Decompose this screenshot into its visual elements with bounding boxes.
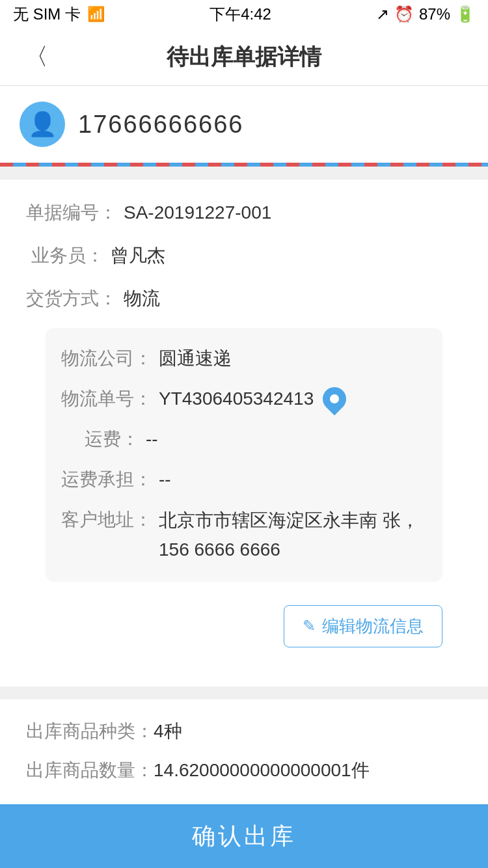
- address-label: 客户地址：: [61, 506, 159, 534]
- tracking-row: 物流单号： YT4306405342413: [61, 385, 427, 413]
- address-row: 客户地址： 北京市市辖区海淀区永丰南 张，156 6666 6666: [61, 506, 427, 565]
- logistics-card: 物流公司： 圆通速递 物流单号： YT4306405342413 运费： --: [46, 328, 442, 582]
- contact-phone: 17666666666: [78, 111, 243, 139]
- page-title: 待出库单据详情: [167, 42, 321, 72]
- tracking-label: 物流单号：: [61, 385, 159, 413]
- freight-bear-label: 运费承担：: [61, 466, 159, 493]
- map-pin[interactable]: [318, 383, 351, 416]
- freight-label: 运费：: [61, 426, 146, 453]
- address-value: 北京市市辖区海淀区永丰南 张，156 6666 6666: [159, 506, 427, 565]
- freight-bear-row: 运费承担： --: [61, 466, 427, 493]
- edit-icon: ✎: [303, 617, 316, 635]
- wifi-icon: 📶: [87, 6, 105, 23]
- status-left: 无 SIM 卡 📶: [13, 4, 105, 25]
- contact-header: 👤 17666666666: [0, 86, 488, 163]
- product-quantity-label: 出库商品数量：: [26, 758, 154, 783]
- back-button[interactable]: 〈: [18, 34, 55, 79]
- product-quantity-value: 14.62000000000000001件: [154, 758, 370, 783]
- confirm-button[interactable]: 确认出库: [0, 804, 488, 868]
- salesman-value: 曾凡杰: [111, 242, 462, 269]
- product-type-label: 出库商品种类：: [26, 719, 154, 744]
- carrier-text: 无 SIM 卡: [13, 4, 81, 25]
- order-number-value: SA-20191227-001: [124, 199, 462, 226]
- status-right: ↗ ⏰ 87% 🔋: [376, 5, 475, 23]
- edit-logistics-area: ✎ 编辑物流信息: [26, 595, 462, 667]
- delivery-row: 交货方式： 物流: [26, 285, 462, 312]
- confirm-label: 确认出库: [192, 821, 296, 852]
- status-bar: 无 SIM 卡 📶 下午4:42 ↗ ⏰ 87% 🔋: [0, 0, 488, 29]
- order-number-label: 单据编号：: [26, 199, 124, 226]
- tracking-value: YT4306405342413: [159, 385, 427, 413]
- salesman-label: 业务员：: [26, 242, 111, 269]
- salesman-row: 业务员： 曾凡杰: [26, 242, 462, 269]
- product-type-value: 4种: [154, 719, 182, 744]
- logistics-company-label: 物流公司：: [61, 345, 159, 372]
- product-type-row: 出库商品种类： 4种: [26, 719, 462, 744]
- battery-text: 87%: [419, 5, 450, 23]
- location-pin-icon[interactable]: [323, 387, 346, 411]
- tracking-number: YT4306405342413: [159, 385, 314, 413]
- freight-bear-value: --: [159, 466, 427, 493]
- location-icon: ↗: [376, 5, 389, 23]
- product-quantity-row: 出库商品数量： 14.62000000000000001件: [26, 758, 462, 783]
- order-number-row: 单据编号： SA-20191227-001: [26, 199, 462, 226]
- avatar: 👤: [20, 102, 65, 147]
- battery-icon: 🔋: [455, 5, 475, 23]
- edit-logistics-button[interactable]: ✎ 编辑物流信息: [284, 605, 442, 647]
- delivery-value: 物流: [124, 285, 462, 312]
- person-icon: 👤: [28, 111, 57, 138]
- logistics-company-row: 物流公司： 圆通速递: [61, 345, 427, 372]
- main-content: 单据编号： SA-20191227-001 业务员： 曾凡杰 交货方式： 物流 …: [0, 167, 488, 868]
- alarm-icon: ⏰: [394, 5, 414, 23]
- freight-row: 运费： --: [61, 426, 427, 453]
- nav-bar: 〈 待出库单据详情: [0, 29, 488, 86]
- edit-logistics-label: 编辑物流信息: [322, 615, 424, 638]
- order-info-section: 单据编号： SA-20191227-001 业务员： 曾凡杰 交货方式： 物流 …: [0, 180, 488, 686]
- delivery-label: 交货方式：: [26, 285, 124, 312]
- status-time: 下午4:42: [210, 4, 271, 25]
- freight-value: --: [146, 426, 427, 453]
- logistics-company-value: 圆通速递: [159, 345, 427, 372]
